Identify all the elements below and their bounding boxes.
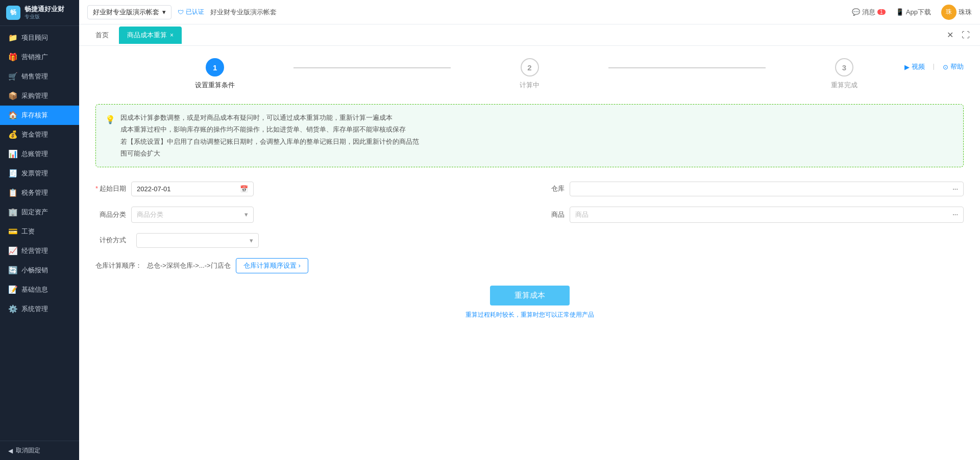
recalc-section: 重算成本 重算过程耗时较长，重算时您可以正常使用产品 (95, 286, 964, 319)
tax-icon: 📋 (8, 188, 17, 197)
purchase-icon: 📦 (8, 91, 17, 100)
sidebar-item-purchase[interactable]: 📦 采购管理 (0, 86, 79, 106)
finance-label: 资金管理 (21, 130, 48, 139)
info-line1: 因成本计算参数调整，或是对商品成本有疑问时，可以通过成本重算功能，重新计算一遍成… (120, 112, 419, 123)
expense-label: 小畅报销 (21, 266, 48, 275)
info-line4: 围可能会扩大 (120, 147, 419, 159)
assets-label: 固定资产 (21, 208, 48, 217)
sidebar-item-accounting[interactable]: 📊 总账管理 (0, 144, 79, 164)
start-date-input[interactable]: 2022-07-01 📅 (131, 182, 254, 196)
expand-window-button[interactable]: ⛶ (960, 28, 972, 42)
unpin-label: 取消固定 (16, 446, 40, 455)
info-line3: 若【系统设置】中启用了自动调整记账日期时，会调整入库单的整单记账日期，因此重新计… (120, 136, 419, 147)
sidebar-item-finance[interactable]: 💰 资金管理 (0, 125, 79, 144)
project-label: 项目顾问 (21, 33, 48, 42)
sidebar-footer-unpin[interactable]: ◀ 取消固定 (0, 441, 79, 460)
message-icon: 💬 (852, 8, 860, 16)
sidebar: 畅 畅捷通好业财 专业版 📁 项目顾问 🎁 营销推广 🛒 销售管理 📦 采购管理… (0, 0, 79, 460)
verified-label: 已认证 (186, 8, 204, 16)
category-dropdown-icon: ▾ (244, 211, 248, 218)
account-name: 好业财专业版演示帐套 (210, 8, 277, 17)
calendar-icon: 📅 (240, 185, 248, 193)
tab-product-cost[interactable]: 商品成本重算 × (119, 27, 182, 44)
accounting-label: 总账管理 (21, 149, 48, 159)
step-2-circle: 2 (521, 58, 539, 76)
step-3: 3 重算完成 (766, 58, 923, 90)
tabbar-actions: ✕ ⛶ (945, 28, 972, 42)
basic-icon: 📝 (8, 285, 17, 294)
category-field: 商品分类 商品分类 ▾ (95, 207, 526, 223)
expense-icon: 🔄 (8, 266, 17, 275)
sidebar-item-basic[interactable]: 📝 基础信息 (0, 280, 79, 299)
product-input[interactable]: 商品 ··· (570, 207, 964, 223)
user-profile[interactable]: 珠 珠珠 (941, 5, 972, 20)
warehouse-order-label: 仓库计算顺序： (95, 261, 142, 270)
purchase-label: 采购管理 (21, 91, 48, 100)
pricing-input[interactable]: ▾ (136, 233, 259, 248)
form-section: *起始日期 2022-07-01 📅 仓库 ··· (95, 182, 964, 273)
avatar: 珠 (941, 5, 957, 20)
accounting-icon: 📊 (8, 149, 17, 159)
message-label: 消息 (862, 8, 875, 17)
app-download-action[interactable]: 📱 App下载 (896, 8, 931, 17)
close-window-button[interactable]: ✕ (945, 28, 955, 42)
project-icon: 📁 (8, 33, 17, 42)
sales-label: 销售管理 (21, 72, 48, 81)
app-title: 畅捷通好业财 (24, 5, 64, 13)
sidebar-item-salary[interactable]: 💳 工资 (0, 222, 79, 241)
pricing-field: 计价方式 ▾ (95, 233, 259, 248)
tab-close-icon[interactable]: × (170, 32, 174, 39)
tab-home[interactable]: 首页 (87, 27, 117, 44)
sidebar-item-project[interactable]: 📁 项目顾问 (0, 28, 79, 47)
question-icon: ⊙ (943, 63, 948, 71)
help-action[interactable]: ⊙ 帮助 (943, 62, 964, 71)
stepper: 1 设置重算条件 2 计算中 3 重算完成 ▶ 视 (95, 58, 964, 90)
message-action[interactable]: 💬 消息 1 (852, 8, 886, 17)
product-field: 商品 商品 ··· (534, 207, 964, 223)
sidebar-nav: 📁 项目顾问 🎁 营销推广 🛒 销售管理 📦 采购管理 🏠 库存核算 💰 资金管… (0, 26, 79, 441)
product-label: 商品 (534, 210, 565, 219)
sidebar-item-system[interactable]: ⚙️ 系统管理 (0, 299, 79, 319)
invoice-icon: 🧾 (8, 169, 17, 178)
tabbar: 首页 商品成本重算 × ✕ ⛶ (79, 24, 980, 46)
invoice-label: 发票管理 (21, 169, 48, 178)
account-select[interactable]: 好业财专业版演示帐套 ▾ (87, 5, 172, 19)
tax-label: 税务管理 (21, 188, 48, 197)
category-label: 商品分类 (95, 210, 126, 219)
content-area: 1 设置重算条件 2 计算中 3 重算完成 ▶ 视 (79, 46, 980, 460)
start-date-label: *起始日期 (95, 184, 126, 193)
unpin-icon: ◀ (8, 447, 13, 454)
warehouse-order-btn[interactable]: 仓库计算顺序设置 › (236, 258, 308, 273)
warehouse-order-btn-label: 仓库计算顺序设置 (243, 261, 297, 270)
sidebar-item-sales[interactable]: 🛒 销售管理 (0, 67, 79, 86)
warehouse-order-value: 总仓->深圳仓库->...->门店仓 (147, 261, 231, 270)
video-action[interactable]: ▶ 视频 (904, 62, 925, 71)
warehouse-input[interactable]: ··· (570, 182, 964, 196)
stepper-actions: ▶ 视频 | ⊙ 帮助 (904, 62, 964, 71)
sidebar-item-operation[interactable]: 📈 经营管理 (0, 241, 79, 261)
inventory-icon: 🏠 (8, 111, 17, 120)
pricing-label: 计价方式 (95, 236, 126, 245)
step-1-label: 设置重算条件 (195, 81, 235, 90)
help-label: 帮助 (950, 62, 964, 71)
operation-label: 经营管理 (21, 246, 48, 255)
sidebar-item-marketing[interactable]: 🎁 营销推广 (0, 47, 79, 67)
sidebar-item-expense[interactable]: 🔄 小畅报销 (0, 261, 79, 280)
warehouse-field: 仓库 ··· (534, 182, 964, 196)
main-area: 好业财专业版演示帐套 ▾ 🛡 已认证 好业财专业版演示帐套 💬 消息 1 📱 A… (79, 0, 980, 460)
product-more-icon: ··· (952, 211, 958, 218)
warehouse-label: 仓库 (534, 184, 565, 193)
category-input[interactable]: 商品分类 ▾ (131, 207, 254, 223)
sidebar-item-assets[interactable]: 🏢 固定资产 (0, 202, 79, 222)
info-box: 💡 因成本计算参数调整，或是对商品成本有疑问时，可以通过成本重算功能，重新计算一… (95, 104, 964, 167)
recalc-button[interactable]: 重算成本 (490, 286, 570, 305)
shield-icon: 🛡 (178, 9, 184, 16)
sales-icon: 🛒 (8, 72, 17, 81)
sidebar-item-tax[interactable]: 📋 税务管理 (0, 183, 79, 202)
sidebar-item-inventory[interactable]: 🏠 库存核算 (0, 106, 79, 125)
pricing-dropdown-icon: ▾ (250, 237, 253, 244)
step-line-1 (293, 67, 451, 68)
user-name: 珠珠 (959, 8, 972, 17)
sidebar-item-invoice[interactable]: 🧾 发票管理 (0, 164, 79, 183)
system-icon: ⚙️ (8, 304, 17, 314)
